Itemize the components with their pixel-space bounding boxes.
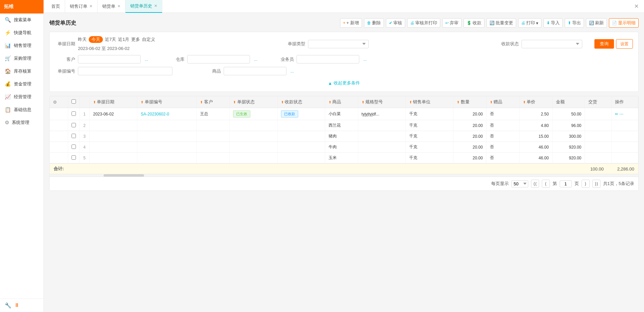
horizontal-scrollbar[interactable]: [50, 174, 638, 177]
filter-doc-type-select[interactable]: [308, 40, 369, 48]
sidebar-item-purchase-mgmt[interactable]: 🛒 采购管理: [0, 52, 44, 65]
cell-settings: [50, 120, 68, 131]
row-checkbox[interactable]: [72, 134, 76, 138]
filter-row-3: 单据编号 商品 ...: [55, 67, 633, 75]
date-1month[interactable]: 近1月: [118, 36, 129, 43]
new-button[interactable]: + + 新增: [340, 18, 362, 28]
table-settings-icon[interactable]: ⚙: [53, 100, 57, 105]
display-details-label: 显示明细: [618, 20, 636, 26]
doc-no-link[interactable]: SA-20230602-0: [141, 112, 169, 116]
row-checkbox[interactable]: [72, 155, 76, 160]
col-doc-date[interactable]: ⬆ 单据日期: [89, 96, 137, 108]
filter-doc-no-input[interactable]: [78, 67, 172, 75]
sidebar-item-system-mgmt[interactable]: ⚙ 系统管理: [0, 116, 44, 129]
export-button[interactable]: ⬆ 导出: [565, 18, 584, 28]
filter-payment-status-select[interactable]: [522, 40, 582, 48]
filter-goods-input[interactable]: [224, 67, 286, 75]
print-button[interactable]: 🖨 打印 ▾: [518, 18, 541, 28]
sidebar-item-basic-info[interactable]: 📋 基础信息: [0, 103, 44, 116]
per-page-select[interactable]: 50 20 100: [511, 180, 528, 187]
per-page-label: 每页显示: [491, 181, 509, 187]
pagination-first-btn[interactable]: ⟨⟨: [531, 180, 539, 188]
row-checkbox[interactable]: [72, 123, 76, 127]
date-more[interactable]: 更多: [131, 36, 140, 43]
refresh-icon: 🔃: [589, 21, 594, 25]
sidebar-item-label: 搜索菜单: [14, 17, 31, 23]
sidebar-item-operations-mgmt[interactable]: 📈 经营管理: [0, 90, 44, 103]
date-yesterday[interactable]: 昨天: [78, 36, 87, 43]
sidebar-item-finance-mgmt[interactable]: 💰 资金管理: [0, 78, 44, 90]
col-gift[interactable]: ⬆ 赠品: [486, 96, 520, 108]
action-more[interactable]: ⋯: [619, 112, 623, 116]
select-all-checkbox[interactable]: [72, 99, 76, 104]
pagination-prev-btn[interactable]: ⟨: [542, 180, 550, 188]
goods-ellipsis-btn[interactable]: ...: [289, 69, 295, 74]
salesperson-ellipsis-btn[interactable]: ...: [362, 57, 368, 62]
collapse-label: 收起更多条件: [334, 80, 360, 86]
pagination-next-btn[interactable]: ⟩: [582, 180, 590, 188]
filter-salesperson-input[interactable]: [297, 55, 359, 63]
col-settings[interactable]: ⚙: [50, 96, 68, 108]
col-customer[interactable]: ⬆ 客户: [197, 96, 230, 108]
row-checkbox[interactable]: [72, 111, 76, 116]
sidebar-logo: 拓维: [0, 0, 44, 14]
sidebar-item-inventory[interactable]: 🏠 库存核算: [0, 65, 44, 78]
setting-button[interactable]: 设置: [616, 39, 633, 49]
col-unit[interactable]: ⬆ 销售单位: [405, 96, 453, 108]
page-header: 销货单历史 + + 新增 🗑 删除 ✔ 审核 🖨 审核并打印: [49, 18, 639, 28]
col-spec[interactable]: ⬆ 规格型号: [358, 96, 405, 108]
pause-icon[interactable]: ⏸: [14, 302, 20, 309]
audit-print-button[interactable]: 🖨 审核并打印: [407, 18, 440, 28]
abandon-icon: ↩: [445, 21, 449, 25]
col-goods[interactable]: ⬆ 商品: [325, 96, 358, 108]
sidebar-item-sales-mgmt[interactable]: 📊 销售管理: [0, 39, 44, 52]
date-custom[interactable]: 自定义: [142, 36, 155, 43]
cell-doc-status: [230, 120, 277, 131]
customer-ellipsis-btn[interactable]: ...: [143, 57, 149, 62]
pagination-last-btn[interactable]: ⟩⟩: [592, 180, 600, 188]
tab-sales-delivery-close[interactable]: ✕: [117, 4, 120, 8]
tab-sales-history[interactable]: 销货单历史 ✕: [125, 0, 162, 13]
collapse-more-btn[interactable]: ▲ 收起更多条件: [55, 79, 633, 87]
page-title: 销货单历史: [49, 20, 337, 27]
col-doc-no[interactable]: ⬆ 单据编号: [137, 96, 197, 108]
query-button[interactable]: 查询: [594, 39, 614, 49]
date-7days[interactable]: 近7天: [105, 36, 116, 43]
collect-button[interactable]: 💲 收款: [464, 18, 484, 28]
print-icon: 🖨: [521, 21, 525, 25]
row-checkbox[interactable]: [72, 145, 76, 149]
warehouse-ellipsis-btn[interactable]: ...: [253, 57, 259, 62]
page-input[interactable]: [560, 180, 572, 187]
col-quantity[interactable]: ⬆ 数量: [453, 96, 486, 108]
tabs-bar-close-all[interactable]: ✕: [632, 3, 641, 9]
import-button[interactable]: ⬇ 导入: [543, 18, 563, 28]
delete-label: 删除: [372, 20, 381, 26]
details-icon: 📄: [612, 21, 617, 25]
date-today[interactable]: 今天: [89, 36, 103, 43]
cell-row-num: 4: [79, 142, 89, 153]
tab-sales-history-close[interactable]: ✕: [154, 4, 157, 8]
audit-button[interactable]: ✔ 审核: [386, 18, 405, 28]
tab-sales-order[interactable]: 销售订单 ✕: [65, 0, 97, 13]
cell-settings: [50, 131, 68, 142]
tab-sales-order-close[interactable]: ✕: [89, 4, 92, 8]
sidebar-item-quick-nav[interactable]: ⚡ 快捷导航: [0, 26, 44, 39]
filter-warehouse-input[interactable]: [187, 55, 250, 63]
filter-customer-input[interactable]: [78, 55, 141, 63]
action-edit[interactable]: ✏: [615, 112, 618, 116]
tab-home[interactable]: 首页: [47, 0, 65, 13]
cell-action: [612, 131, 638, 142]
sidebar-item-search-menu[interactable]: 🔍 搜索菜单: [0, 14, 44, 26]
tab-sales-delivery[interactable]: 销货单 ✕: [97, 0, 125, 13]
abandon-button[interactable]: ↩ 弃审: [442, 18, 461, 28]
col-doc-status[interactable]: ⬆ 单据状态: [230, 96, 277, 108]
settings-bottom-icon[interactable]: 🔧: [5, 302, 11, 309]
col-payment-status[interactable]: ⬆ 收款状态: [277, 96, 325, 108]
batch-change-button[interactable]: 🔄 批量变更: [486, 18, 516, 28]
display-details-button[interactable]: 📄 显示明细: [609, 18, 639, 28]
cell-checkbox: [68, 108, 79, 120]
col-unit-price[interactable]: ⬆ 单价: [519, 96, 552, 108]
refresh-button[interactable]: 🔃 刷新: [586, 18, 607, 28]
delete-button[interactable]: 🗑 删除: [364, 18, 384, 28]
cell-gift: 否: [486, 142, 520, 153]
